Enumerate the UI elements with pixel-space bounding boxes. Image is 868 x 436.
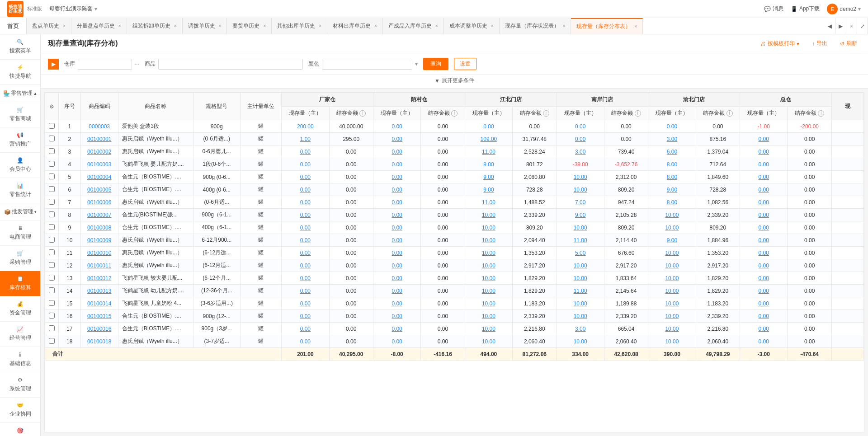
row-checkbox[interactable] — [45, 310, 59, 323]
tab-yaohuo[interactable]: 要货单历史 × — [227, 18, 272, 34]
user-menu[interactable]: E demo2 ▾ — [827, 4, 861, 14]
tab-pandian[interactable]: 盘点单历史 × — [27, 18, 71, 34]
sidebar-item-guide[interactable]: 🎯 新手引导 — [0, 423, 40, 436]
sidebar-item-mall[interactable]: 🛒 零售商城 — [0, 102, 40, 127]
row-jb-qty: 9.00 — [465, 171, 512, 183]
sidebar-item-inventory[interactable]: 📋 库存核算 — [0, 271, 40, 296]
tab-close-xiancunliang2[interactable]: × — [634, 24, 637, 29]
tab-diaobuo[interactable]: 调拨单历史 × — [183, 18, 227, 34]
row-checkbox[interactable] — [45, 247, 59, 259]
export-btn[interactable]: ↑ 导出 — [808, 38, 831, 49]
row-checkbox[interactable] — [45, 158, 59, 171]
row-checkbox[interactable] — [45, 234, 59, 247]
tab-close-yaohuo[interactable]: × — [263, 23, 266, 28]
row-na-qty: 10.00 — [557, 335, 604, 348]
row-jb-amt: 2,339.20 — [513, 209, 557, 221]
cf-amt-info[interactable]: i — [359, 110, 366, 117]
sidebar-item-ecommerce[interactable]: 🖥 电商管理 — [0, 220, 40, 246]
sidebar-item-operation[interactable]: 📈 经营管理 — [0, 322, 40, 347]
tab-chenben[interactable]: 成本调整单历史 × — [444, 18, 500, 34]
tab-close-zuzhuang[interactable]: × — [174, 23, 177, 28]
row-no: 16 — [59, 310, 81, 323]
row-na-amt: 2,114.40 — [604, 234, 648, 247]
sidebar-item-collab[interactable]: 🤝 企业协同 — [0, 398, 40, 423]
tab-qitachuku[interactable]: 其他出库单历史 × — [272, 18, 327, 34]
color-input[interactable] — [322, 59, 412, 70]
zc-amt-info[interactable]: i — [818, 110, 824, 117]
tab-close-xiancunliang1[interactable]: × — [563, 23, 566, 28]
row-checkbox[interactable] — [45, 133, 59, 145]
industry-dropdown[interactable]: 母婴行业演示陈套 ▾ — [49, 5, 97, 13]
row-cf-amt: 40,000.00 — [329, 120, 373, 133]
row-checkbox[interactable] — [45, 183, 59, 196]
sidebar-item-marketing[interactable]: 📢 营销推广 — [0, 127, 40, 153]
tab-expand-btn[interactable]: ⤢ — [857, 18, 868, 34]
sidebar-item-search[interactable]: 🔍 搜索英单 — [0, 34, 40, 60]
sidebar-item-finance[interactable]: 💰 资金管理 — [0, 296, 40, 322]
row-checkbox[interactable] — [45, 120, 59, 133]
tab-close-chanpinruku[interactable]: × — [435, 23, 438, 28]
row-checkbox[interactable] — [45, 323, 59, 335]
row-checkbox[interactable] — [45, 221, 59, 234]
expand-more-btn[interactable]: ▼ 展开更多条件 — [434, 77, 474, 84]
tab-cailiaochuku[interactable]: 材料出库单历史 × — [327, 18, 383, 34]
table-area[interactable]: ⚙ 序号 商品编码 商品名称 规格型号 主计量单位 厂家仓 陌村仓 江北门店 南… — [44, 92, 864, 432]
tab-prev-btn[interactable]: ◀ — [825, 18, 835, 34]
mc-amt-info[interactable]: i — [451, 110, 458, 117]
row-jb-qty: 10.00 — [465, 259, 512, 272]
row-name: 惠氏启赋（Wyeth illu...） — [118, 234, 193, 247]
tab-close-diaobuo[interactable]: × — [219, 23, 222, 28]
tab-zuzhuang[interactable]: 组装拆卸单历史 × — [127, 18, 183, 34]
row-cf-amt: 0.00 — [329, 272, 373, 285]
setting-btn[interactable]: 设置 — [454, 58, 476, 70]
tab-xiancunliang1[interactable]: 现存量（库存状况表） × — [500, 18, 571, 34]
sidebar-item-purchase[interactable]: 🛒 采购管理 — [0, 246, 40, 271]
tab-fenpandian[interactable]: 分量盘点单历史 × — [71, 18, 127, 34]
row-checkbox[interactable] — [45, 297, 59, 310]
row-checkbox[interactable] — [45, 259, 59, 272]
tab-close-chenben[interactable]: × — [491, 23, 494, 28]
yb-amt-info[interactable]: i — [726, 110, 733, 117]
warehouse-input[interactable] — [78, 59, 132, 70]
row-checkbox[interactable] — [45, 335, 59, 348]
refresh-btn[interactable]: ↺ 刷新 — [836, 38, 861, 49]
message-btn[interactable]: 💬 消息 — [764, 5, 783, 13]
row-checkbox[interactable] — [45, 171, 59, 183]
tab-close-pandian[interactable]: × — [63, 23, 66, 28]
col-gear[interactable]: ⚙ — [45, 93, 59, 120]
color-dropdown-arrow[interactable]: ▾ — [415, 61, 418, 67]
gear-icon[interactable]: ⚙ — [49, 103, 54, 110]
sidebar-item-stats[interactable]: 📊 零售统计 — [0, 178, 40, 203]
row-mc-amt: 0.00 — [421, 209, 465, 221]
tab-xiancunliang2[interactable]: 现存量（库存分布表） × — [571, 18, 643, 34]
query-btn[interactable]: 查询 — [423, 58, 448, 70]
tab-chanpinruku[interactable]: 产成品入库单历史 × — [383, 18, 444, 34]
tab-close-fenpandian[interactable]: × — [118, 23, 121, 28]
print-btn[interactable]: 🖨 按模板打印 ▾ — [757, 38, 803, 49]
sidebar-item-basic[interactable]: ℹ 基础信息 — [0, 347, 40, 372]
row-checkbox[interactable] — [45, 196, 59, 209]
tab-next-btn[interactable]: ▶ — [835, 18, 846, 34]
sidebar-item-system[interactable]: ⚙ 系统管理 — [0, 372, 40, 398]
tab-close-cailiaochuku[interactable]: × — [374, 23, 377, 28]
sidebar-item-quicknav[interactable]: ⚡ 快捷导航 — [0, 60, 40, 85]
row-cf-amt: 295.00 — [329, 133, 373, 145]
summary-yb-amt: 49,798.29 — [696, 348, 740, 361]
row-checkbox[interactable] — [45, 209, 59, 221]
tab-close-qitachuku[interactable]: × — [319, 23, 321, 28]
warehouse-dots[interactable]: ··· — [135, 61, 139, 67]
na-amt-info[interactable]: i — [635, 110, 641, 117]
row-checkbox[interactable] — [45, 285, 59, 297]
goods-input[interactable]: babycare孕妇待产包 春季入院全套母子组合孕妇产后冬季月子用品 22件套 … — [158, 59, 303, 70]
finance-icon: 💰 — [17, 301, 24, 307]
sidebar-item-wholesale[interactable]: 📦 批发管理 ▾ — [0, 203, 40, 220]
sidebar-item-member[interactable]: 👤 会员中心 — [0, 153, 40, 178]
tab-home[interactable]: 首页 — [0, 18, 27, 34]
jb-amt-info[interactable]: i — [543, 110, 549, 117]
filter-expand-btn[interactable]: ▶ — [48, 59, 59, 70]
sidebar-item-retail[interactable]: 🏪 零售管理 ▲ — [0, 85, 40, 102]
row-checkbox[interactable] — [45, 272, 59, 285]
row-checkbox[interactable] — [45, 145, 59, 158]
tab-close-all-btn[interactable]: × — [846, 18, 857, 34]
download-btn[interactable]: 📱 App下载 — [791, 5, 820, 13]
